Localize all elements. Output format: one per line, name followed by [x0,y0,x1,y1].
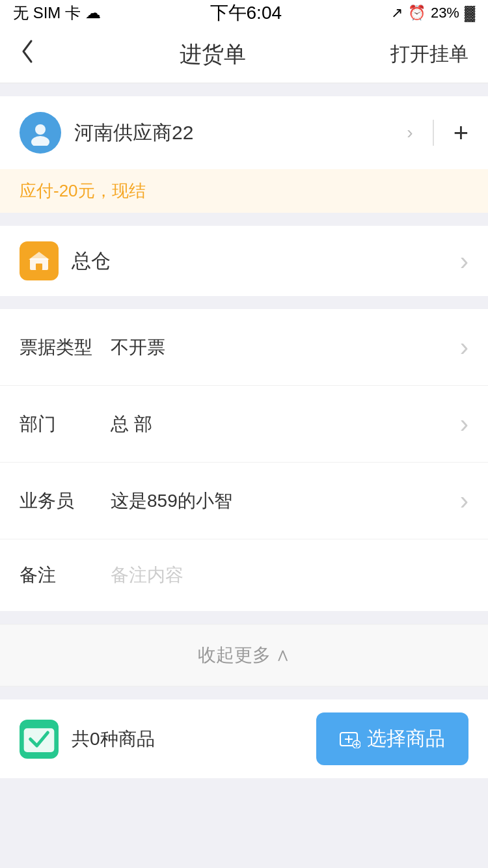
salesperson-label: 业务员 [20,489,98,513]
invoice-row[interactable]: 票据类型 不开票 [0,309,488,386]
select-product-button[interactable]: 选择商品 [316,712,468,765]
remark-row[interactable]: 备注 备注内容 [0,539,488,611]
invoice-chevron-icon [460,332,468,362]
notice-text: 应付-20元，现结 [20,181,146,200]
supplier-chevron-icon: › [407,122,413,143]
department-value: 总 部 [98,412,460,437]
collapse-section[interactable]: 收起更多 ∧ [0,624,488,686]
warehouse-name: 总仓 [72,248,460,275]
supplier-row[interactable]: 河南供应商22 › + [0,96,488,169]
supplier-section: 河南供应商22 › + 应付-20元，现结 [0,96,488,213]
top-divider [0,83,488,96]
add-supplier-button[interactable]: + [454,118,468,148]
warehouse-row[interactable]: 总仓 [0,226,488,296]
svg-marker-3 [29,252,49,260]
supplier-name: 河南供应商22 [74,120,407,146]
svg-point-0 [35,124,46,135]
salesperson-chevron-icon [460,486,468,515]
salesperson-value: 这是859的小智 [98,489,460,513]
mid-divider1 [0,213,488,226]
supplier-avatar [20,112,61,154]
warehouse-chevron-icon [460,247,468,276]
battery-icon: ▓ [465,5,475,21]
main-content: 河南供应商22 › + 应付-20元，现结 总仓 [0,83,488,868]
warehouse-section: 总仓 [0,226,488,296]
svg-rect-4 [36,264,42,270]
remark-input[interactable]: 备注内容 [98,563,468,588]
battery-text: 23% [431,5,459,21]
product-icon [20,720,59,759]
svg-point-1 [31,136,49,146]
invoice-value: 不开票 [98,335,460,360]
status-right: ↗ ⏰ 23% ▓ [391,5,475,21]
signal-text: 无 SIM 卡 ☁ [13,3,101,23]
remark-label: 备注 [20,563,98,588]
divider-line [433,120,434,146]
department-row[interactable]: 部门 总 部 [0,386,488,463]
department-label: 部门 [20,412,98,437]
svg-rect-5 [24,728,55,752]
select-product-label: 选择商品 [367,726,445,752]
form-section: 票据类型 不开票 部门 总 部 业务员 这是859的小智 备注 备注内容 [0,309,488,611]
warehouse-icon [20,241,59,280]
salesperson-row[interactable]: 业务员 这是859的小智 [0,463,488,539]
status-time: 下午6:04 [210,1,282,25]
bottom-bar: 共0种商品 选择商品 [0,699,488,778]
department-chevron-icon [460,409,468,439]
page-title: 进货单 [180,40,246,70]
open-pending-button[interactable]: 打开挂单 [390,41,468,68]
product-count: 共0种商品 [72,727,316,752]
invoice-label: 票据类型 [20,335,98,360]
collapse-button[interactable]: 收起更多 ∧ [198,643,291,668]
status-bar: 无 SIM 卡 ☁ 下午6:04 ↗ ⏰ 23% ▓ [0,0,488,26]
nav-bar: 进货单 打开挂单 [0,26,488,83]
location-icon: ↗ [391,5,403,21]
status-left: 无 SIM 卡 ☁ [13,3,101,23]
alarm-icon: ⏰ [408,5,426,21]
notice-bar: 应付-20元，现结 [0,169,488,213]
back-button[interactable] [20,38,35,70]
